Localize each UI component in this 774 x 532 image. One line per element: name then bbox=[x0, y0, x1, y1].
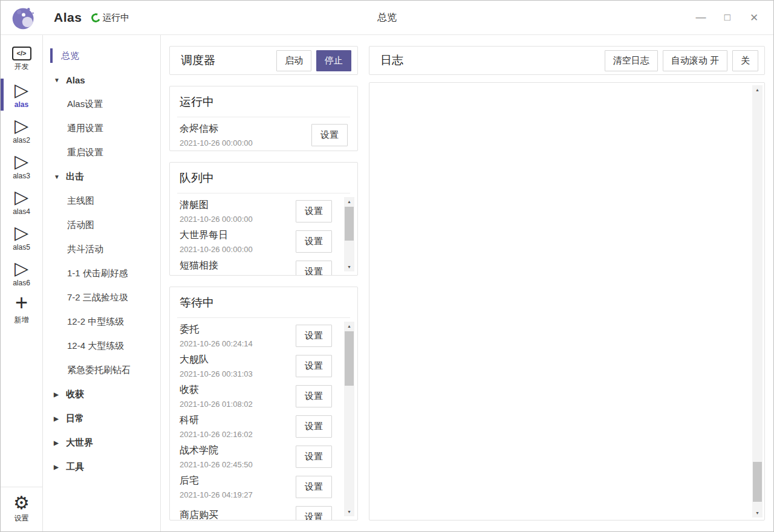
nav-item[interactable]: 主线图 bbox=[43, 189, 160, 213]
window-controls: — □ ✕ bbox=[688, 1, 767, 34]
content-area: 调度器 启动 停止 运行中 余烬信标 2021-10-26 00:00:00 bbox=[161, 35, 773, 531]
caret-icon: ▶ bbox=[54, 464, 66, 470]
nav-item[interactable]: ▼ Alas bbox=[43, 68, 160, 92]
close-button[interactable]: ✕ bbox=[741, 4, 767, 31]
task-row: 大世界每日 2021-10-26 00:00:00 设置 bbox=[170, 226, 342, 256]
nav-item[interactable]: 7-2 三战捡垃圾 bbox=[43, 285, 160, 310]
task-setting-button[interactable]: 设置 bbox=[296, 506, 332, 521]
rail-item[interactable]: alas6 bbox=[1, 255, 42, 291]
log-column: 日志 清空日志 自动滚动 开 关 ▲ ▼ bbox=[369, 46, 765, 521]
code-monitor-icon bbox=[12, 47, 31, 60]
nav-item[interactable]: 1-1 伏击刷好感 bbox=[43, 261, 160, 285]
scheduler-column: 调度器 启动 停止 运行中 余烬信标 2021-10-26 00:00:00 bbox=[169, 46, 358, 521]
scroll-down-icon[interactable]: ▼ bbox=[344, 507, 354, 516]
task-setting-button[interactable]: 设置 bbox=[296, 476, 332, 498]
play-icon bbox=[15, 188, 28, 206]
nav-item[interactable]: 共斗活动 bbox=[43, 237, 160, 261]
task-setting-button[interactable]: 设置 bbox=[296, 446, 332, 468]
scrollbar[interactable]: ▲ ▼ bbox=[344, 197, 354, 271]
scrollbar[interactable]: ▲ ▼ bbox=[344, 322, 354, 516]
running-task-list: 余烬信标 2021-10-26 00:00:00 设置 bbox=[170, 117, 357, 151]
waiting-section: 等待中 委托 2021-10-26 00:24:14 设置 bbox=[169, 287, 358, 521]
pending-task-list: 潜艇图 2021-10-26 00:00:00 设置 大世界每日 2021-10… bbox=[170, 193, 357, 275]
task-time: 2021-10-26 01:08:02 bbox=[180, 400, 253, 409]
scrollbar[interactable]: ▲ ▼ bbox=[752, 85, 763, 517]
task-setting-button[interactable]: 设置 bbox=[296, 325, 332, 347]
nav-item[interactable]: ▶ 工具 bbox=[43, 455, 160, 479]
titlebar: Alas 运行中 总览 — □ ✕ bbox=[1, 1, 773, 35]
rail-item[interactable]: alas2 bbox=[1, 112, 42, 148]
play-icon bbox=[15, 224, 28, 242]
nav-item[interactable]: 12-4 大型练级 bbox=[43, 334, 160, 358]
gear-icon bbox=[13, 494, 30, 512]
scroll-up-icon[interactable]: ▲ bbox=[752, 85, 763, 94]
pending-task-area: 潜艇图 2021-10-26 00:00:00 设置 大世界每日 2021-10… bbox=[170, 193, 357, 275]
status-indicator: 运行中 bbox=[91, 12, 129, 24]
play-icon bbox=[15, 152, 28, 170]
main-area: 开发 alas alas2 alas3 alas4 bbox=[1, 35, 773, 531]
nav-item[interactable]: 通用设置 bbox=[43, 116, 160, 140]
clear-log-button[interactable]: 清空日志 bbox=[605, 50, 658, 71]
rail-item-settings[interactable]: 设置 bbox=[1, 491, 42, 527]
nav-item[interactable]: Alas设置 bbox=[43, 92, 160, 116]
stop-button[interactable]: 停止 bbox=[316, 50, 351, 71]
task-name: 收获 bbox=[180, 384, 253, 397]
nav-item[interactable]: 重启设置 bbox=[43, 140, 160, 164]
scheduler-panel: 调度器 启动 停止 bbox=[169, 46, 358, 75]
nav-item[interactable]: 紧急委托刷钻石 bbox=[43, 358, 160, 382]
task-row: 潜艇图 2021-10-26 00:00:00 设置 bbox=[170, 196, 342, 226]
start-button[interactable]: 启动 bbox=[276, 50, 311, 71]
rail-item[interactable]: 开发 bbox=[1, 41, 42, 77]
task-setting-button[interactable]: 设置 bbox=[296, 261, 332, 276]
caret-icon: ▶ bbox=[54, 391, 66, 398]
task-setting-button[interactable]: 设置 bbox=[296, 355, 332, 377]
alas-logo-icon bbox=[10, 4, 37, 31]
caret-icon: ▶ bbox=[54, 415, 66, 422]
task-row: 短猫相接 2021-10-26 00:00:00 设置 bbox=[170, 256, 342, 275]
task-time: 2021-10-26 00:00:00 bbox=[180, 245, 253, 254]
task-name: 战术学院 bbox=[180, 444, 253, 457]
instance-rail: 开发 alas alas2 alas3 alas4 bbox=[1, 35, 43, 531]
task-name: 余烬信标 bbox=[180, 123, 253, 135]
task-setting-button[interactable]: 设置 bbox=[296, 230, 332, 253]
scroll-up-icon[interactable]: ▲ bbox=[344, 322, 354, 331]
rail-items: 开发 alas alas2 alas3 alas4 bbox=[1, 41, 42, 326]
nav-item[interactable]: ▶ 日常 bbox=[43, 406, 160, 430]
scroll-thumb[interactable] bbox=[753, 462, 762, 502]
scroll-thumb[interactable] bbox=[345, 207, 354, 241]
nav-item[interactable]: ▶ 大世界 bbox=[43, 430, 160, 455]
scroll-up-icon[interactable]: ▲ bbox=[344, 197, 354, 206]
task-time: 2021-10-26 00:00:00 bbox=[180, 275, 253, 276]
task-setting-button[interactable]: 设置 bbox=[311, 124, 348, 146]
caret-icon: ▶ bbox=[54, 440, 66, 446]
nav-item[interactable]: ▼ 出击 bbox=[43, 164, 160, 189]
scroll-down-icon[interactable]: ▼ bbox=[344, 262, 354, 271]
rail-item[interactable]: alas3 bbox=[1, 148, 42, 184]
rail-item[interactable]: alas bbox=[1, 77, 42, 112]
caret-icon: ▼ bbox=[54, 174, 66, 180]
running-spinner-icon bbox=[90, 11, 102, 23]
log-off-button[interactable]: 关 bbox=[732, 50, 758, 71]
waiting-title: 等待中 bbox=[170, 287, 357, 317]
running-task-area: 余烬信标 2021-10-26 00:00:00 设置 bbox=[170, 117, 357, 151]
rail-item[interactable]: alas5 bbox=[1, 219, 42, 255]
nav-item[interactable]: ▶ 收获 bbox=[43, 382, 160, 406]
minimize-button[interactable]: — bbox=[688, 4, 714, 31]
task-time: 2021-10-26 00:24:14 bbox=[180, 339, 253, 348]
nav-item[interactable]: 活动图 bbox=[43, 213, 160, 237]
play-icon bbox=[15, 117, 28, 135]
task-setting-button[interactable]: 设置 bbox=[296, 385, 332, 407]
nav-item[interactable]: 12-2 中型练级 bbox=[43, 310, 160, 334]
scroll-down-icon[interactable]: ▼ bbox=[752, 508, 763, 517]
task-time: 2021-10-26 00:00:00 bbox=[180, 215, 253, 224]
task-setting-button[interactable]: 设置 bbox=[296, 200, 332, 222]
log-panel: ▲ ▼ bbox=[369, 82, 765, 521]
maximize-button[interactable]: □ bbox=[714, 4, 741, 31]
rail-item[interactable]: 新增 bbox=[1, 291, 42, 326]
rail-item[interactable]: alas4 bbox=[1, 184, 42, 219]
scroll-thumb[interactable] bbox=[345, 331, 354, 386]
task-setting-button[interactable]: 设置 bbox=[296, 415, 332, 438]
autoscroll-toggle-button[interactable]: 自动滚动 开 bbox=[663, 50, 727, 71]
nav-menu: 总览 ▼ Alas Alas设置 通用设置 重启设置 ▼ 出击 bbox=[43, 35, 161, 531]
nav-item[interactable]: 总览 bbox=[43, 44, 160, 68]
